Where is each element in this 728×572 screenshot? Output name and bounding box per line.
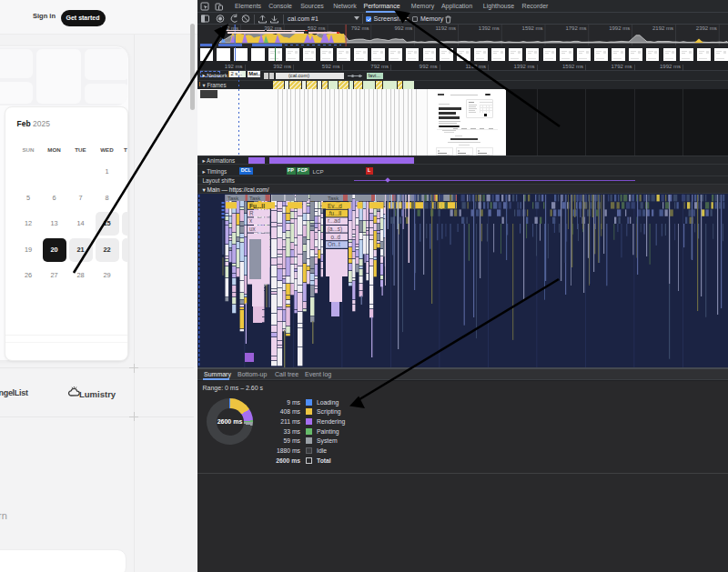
svg-text:R: R [249,210,254,216]
svg-text:Ev...d: Ev...d [328,203,342,209]
svg-text:(a...s): (a...s) [328,226,342,233]
svg-text:Task: Task [228,196,239,201]
svg-text:ux: ux [249,226,257,232]
svg-text:Task: Task [328,196,339,201]
svg-text:r...ad: r...ad [328,217,340,224]
svg-text:On..t: On..t [328,241,340,247]
svg-text:Fu...ll: Fu...ll [249,203,265,209]
svg-text:_o..d: _o..d [327,234,341,241]
svg-text:Task: Task [249,196,261,201]
svg-text:.fu...ll: .fu...ll [328,210,341,216]
